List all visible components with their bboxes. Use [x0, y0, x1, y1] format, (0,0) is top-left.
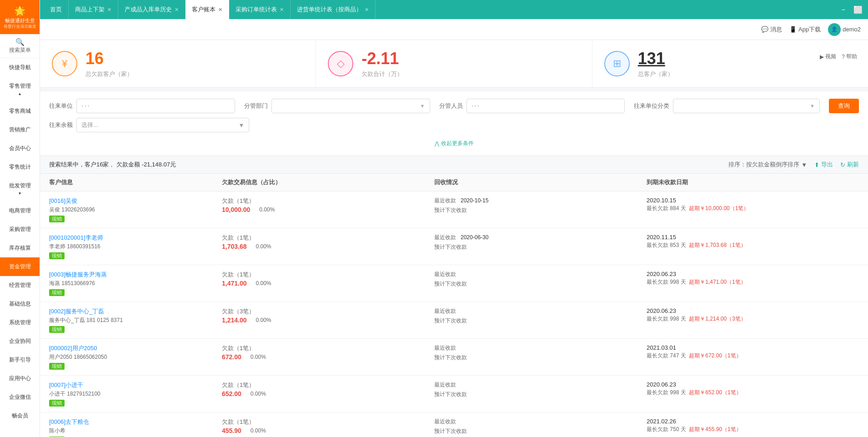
sidebar-item-batch-mgmt[interactable]: 批发管理 ▼ [0, 176, 40, 201]
coming-unit-input[interactable]: ··· [76, 99, 235, 113]
customer-name-link-6[interactable]: [0006]去下粮仓 [49, 418, 89, 425]
customer-name-link-2[interactable]: [0003]畅捷服务尹海蒸 [49, 271, 107, 278]
overdue-link-3[interactable]: 超期￥1,214.00（3笔） [689, 316, 746, 322]
customer-contact-5: 小进干 18279152100 [49, 390, 222, 398]
overdue-link-5[interactable]: 超期￥652.00（1笔） [689, 389, 741, 396]
sidebar-item-marketing[interactable]: 营销推广 [0, 121, 40, 139]
tab-customer-ledger[interactable]: 客户账本 ✕ [186, 0, 229, 19]
sidebar-item-finance[interactable]: 资金管理 [0, 257, 40, 276]
user-profile-button[interactable]: 👤 demo2 [828, 23, 861, 36]
video-help-button[interactable]: ▶ 视频 [820, 53, 836, 60]
card-total-debt-amount: ◇ -2.11 欠款合计（万） [316, 40, 592, 87]
sidebar-item-retail-stats[interactable]: 零售统计 [0, 158, 40, 176]
main-content: 首页 商品上下架 ✕ 产成品入库单历史 ✕ 客户账本 ✕ 采购订单统计表 ✕ [40, 0, 868, 437]
sidebar-item-system[interactable]: 系统管理 [0, 313, 40, 332]
customer-info-6: [0006]去下粮仓 陈小希 现销 [49, 418, 222, 437]
sidebar-item-retail-mgmt[interactable]: 零售管理 ▲ [0, 77, 40, 102]
sidebar-item-retail-mall[interactable]: 零售商城 [0, 102, 40, 121]
sidebar-item-quick-nav[interactable]: 快捷导航 [0, 58, 40, 77]
last-payment-label-5: 最近收款 [434, 381, 647, 389]
avatar: 👤 [828, 23, 841, 36]
sidebar-search-label: 搜索菜单 [2, 46, 37, 54]
card-number-1: 16 [85, 49, 305, 68]
card-total-debt-customers: ¥ 16 总欠款客户（家） [40, 40, 316, 87]
sidebar-item-inventory[interactable]: 库存核算 [0, 239, 40, 257]
global-header: 💬 消息 📱 App下载 👤 demo2 [40, 19, 868, 40]
last-date-1: 2020-06-30 [457, 234, 488, 241]
tab-home[interactable]: 首页 [44, 0, 69, 19]
tab-close-production-history[interactable]: ✕ [175, 7, 179, 13]
person-input[interactable]: ··· [467, 99, 625, 113]
sidebar-item-enterprise[interactable]: 企业协同 [0, 332, 40, 351]
last-payment-label-0: 最近收款 2020-10-15 [434, 197, 647, 205]
sidebar-item-members[interactable]: 会员中心 [0, 139, 40, 158]
search-button[interactable]: 查询 [829, 99, 859, 113]
due-date-3: 2020.06.23 [647, 307, 859, 314]
table-row: [000002]用户2050 用户2050 18665062050 现销 欠款（… [40, 339, 868, 376]
sidebar-item-basic-info[interactable]: 基础信息 [0, 295, 40, 313]
customer-name-link-5[interactable]: [0007]小进干 [49, 382, 83, 388]
sidebar-item-enterprise-wx[interactable]: 企业微信 [0, 388, 40, 407]
sidebar-item-vip[interactable]: 畅会员 [0, 407, 40, 425]
sidebar-item-new-guide[interactable]: 新手引导 [0, 351, 40, 369]
last-payment-label-6: 最近收款 [434, 418, 647, 426]
sidebar-item-search-menu[interactable]: 🔍 搜索菜单 [0, 34, 40, 58]
overdue-link-6[interactable]: 超期￥455.90（1笔） [689, 426, 741, 432]
filter-dept: 分管部门 ▼ [244, 99, 430, 113]
tab-product-listing[interactable]: 商品上下架 ✕ [69, 0, 118, 19]
debt-amount-6: 455.90 [222, 427, 241, 434]
maximize-button[interactable]: ⬜ [852, 3, 864, 16]
export-button[interactable]: ⬆ 导出 [814, 161, 833, 169]
overdue-info-3: 2020.06.23 最长欠款 998 天 超期￥1,214.00（3笔） [647, 307, 859, 323]
customer-name-link-1[interactable]: [0001020001]李老师 [49, 234, 103, 241]
help-button[interactable]: ? 帮助 [842, 53, 857, 60]
card-icon-1: ¥ [51, 50, 78, 77]
sidebar-item-app-center[interactable]: 应用中心 [0, 369, 40, 388]
filter-collapse-button[interactable]: ⋀ 收起更多条件 [49, 137, 859, 150]
filter-unit-category: 往来单位分类 ▼ [634, 99, 820, 113]
debt-ratio-1: 0.00% [256, 243, 271, 250]
message-button[interactable]: 💬 消息 [761, 25, 782, 34]
global-header-right: 💬 消息 📱 App下载 👤 demo2 [761, 23, 861, 36]
filter-row-2: 往来余额 选择... ▼ [49, 118, 859, 132]
minimize-button[interactable]: － [837, 3, 850, 16]
overdue-link-1[interactable]: 超期￥1,703.68（1笔） [689, 242, 746, 248]
sort-select[interactable]: 排序：按欠款金额倒序排序 ▼ [728, 161, 807, 169]
overdue-link-0[interactable]: 超期￥10,000.00（1笔） [689, 205, 749, 211]
customer-name-link-0[interactable]: [0016]吴俊 [49, 197, 77, 204]
unit-category-label: 往来单位分类 [634, 102, 669, 110]
result-actions: 排序：按欠款金额倒序排序 ▼ ⬆ 导出 ↻ 刷新 [728, 161, 859, 169]
sidebar-item-operation[interactable]: 经营管理 [0, 276, 40, 295]
sidebar-item-purchase-mgmt[interactable]: 采购管理 [0, 220, 40, 239]
tab-close-purchase-stats[interactable]: ✕ [365, 7, 369, 13]
refresh-button[interactable]: ↻ 刷新 [840, 161, 859, 169]
app-download-button[interactable]: 📱 App下载 [789, 25, 821, 34]
balance-select[interactable]: 选择... ▼ [76, 118, 249, 132]
col-header-debt: 欠款交易信息（占比） [222, 178, 434, 186]
filter-row-1: 往来单位 ··· 分管部门 ▼ 分管人员 [49, 99, 859, 113]
tab-close-customer-ledger[interactable]: ✕ [218, 7, 222, 13]
sort-chevron-icon: ▼ [801, 161, 807, 168]
table-container: 客户信息 欠款交易信息（占比） 回收情况 到期未收款日期 [0016]吴俊 吴俊… [40, 174, 868, 437]
person-label: 分管人员 [439, 102, 463, 110]
card-top-right: ▶ 视频 ? 帮助 [820, 49, 857, 60]
dept-input[interactable]: ▼ [271, 99, 430, 113]
debt-amount-4: 672.00 [222, 353, 241, 361]
tab-close-purchase-order[interactable]: ✕ [280, 7, 284, 13]
tab-production-history[interactable]: 产成品入库单历史 ✕ [118, 0, 186, 19]
last-payment-label-3: 最近收款 [434, 307, 647, 315]
sidebar-item-ecommerce[interactable]: 电商管理 [0, 201, 40, 220]
next-payment-4: 预计下次收款 [434, 354, 647, 362]
customer-tag-1: 现销 [49, 252, 65, 259]
overdue-link-2[interactable]: 超期￥1,471.00（1笔） [689, 279, 746, 285]
tab-close-product-listing[interactable]: ✕ [107, 7, 111, 13]
tab-purchase-stats[interactable]: 进货单统计表（按商品） ✕ [291, 0, 376, 19]
recovery-info-0: 最近收款 2020-10-15 预计下次收款 [434, 197, 647, 214]
unit-category-input[interactable]: ▼ [673, 99, 820, 113]
tab-purchase-order[interactable]: 采购订单统计表 ✕ [229, 0, 291, 19]
debt-amount-5: 652.00 [222, 390, 241, 397]
overdue-link-4[interactable]: 超期￥672.00（1笔） [689, 352, 741, 359]
money-icon: ¥ [52, 51, 77, 76]
customer-name-link-3[interactable]: [0002]服务中心_丁磊 [49, 308, 104, 315]
customer-name-link-4[interactable]: [000002]用户2050 [49, 345, 97, 352]
